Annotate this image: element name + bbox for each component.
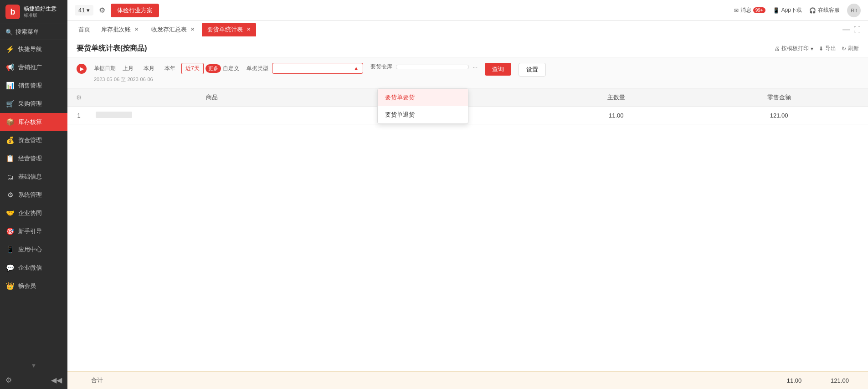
topbar-settings-icon[interactable]: ⚙ [99,6,105,15]
dropdown-item-order-return[interactable]: 要货单退货 [378,106,468,123]
date-btn-this-year[interactable]: 本年 [160,63,180,74]
print-button[interactable]: 🖨 按模板打印 ▾ [774,45,813,52]
tabs-actions: — ⛶ [842,26,861,34]
sidebar: b 畅捷通好生意 标准版 🔍 搜索菜单 ⚡ 快捷导航 📢 营销推广 📊 销售管理… [0,0,67,389]
topbar-right: ✉ 消息 99+ 📱 App下载 🎧 在线客服 Rit [734,4,861,17]
tab-summary-close[interactable]: ✕ [190,26,195,32]
topbar: 41 ▾ ⚙ 体验行业方案 ✉ 消息 99+ 📱 App下载 🎧 在线客服 Ri… [67,0,868,21]
quick-nav-icon: ⚡ [5,45,15,53]
member-icon: 👑 [5,282,15,290]
system-icon: ⚙ [5,191,15,199]
finance-icon: 💰 [5,136,15,144]
sidebar-item-label: 库存核算 [18,118,42,126]
warehouse-filter-group: 要货仓库 ··· [370,63,478,71]
topbar-left: 41 ▾ ⚙ 体验行业方案 [75,4,159,17]
service-label: 在线客服 [818,6,840,14]
page-title: 要货单统计表(按商品) [77,44,147,53]
column-settings-icon[interactable]: ⚙ [76,94,82,101]
query-button[interactable]: 查询 [485,63,511,76]
guide-icon: 🎯 [5,227,15,235]
export-icon: ⬇ [819,46,823,52]
search-menu[interactable]: 🔍 搜索菜单 [0,24,67,40]
operation-icon: 📋 [5,154,15,163]
col-settings[interactable]: ⚙ [67,89,90,107]
tab-batch-close[interactable]: ✕ [134,26,139,32]
tab-order-stats[interactable]: 要货单统计表 ✕ [202,23,256,36]
sidebar-item-label: 企业微信 [18,264,42,272]
trial-button[interactable]: 体验行业方案 [111,4,159,17]
sidebar-item-label: 基础信息 [18,173,42,181]
sidebar-item-label: 快捷导航 [18,45,42,53]
row-amount: 121.00 [690,107,868,124]
sidebar-item-wechat[interactable]: 💬 企业微信 [0,259,67,277]
row-quantity: 11.00 [542,107,690,124]
store-selector[interactable]: 41 ▾ [75,5,93,15]
sidebar-item-enterprise[interactable]: 🤝 企业协同 [0,204,67,222]
sidebar-item-member[interactable]: 👑 畅会员 [0,277,67,295]
sidebar-footer: ⚙ ◀◀ [0,371,67,389]
sidebar-item-guide[interactable]: 🎯 新手引导 [0,222,67,241]
filter-area: ▶ 单据日期 上月 本月 本年 近7天 更多 自定义 2023-05-06 至 … [67,57,868,89]
sidebar-item-operation[interactable]: 📋 经营管理 [0,149,67,168]
tab-home[interactable]: 首页 [75,23,94,36]
sidebar-item-label: 采购管理 [18,100,42,108]
col-quantity: 主数量 [542,89,690,107]
export-button[interactable]: ⬇ 导出 [819,45,836,52]
print-icon: 🖨 [774,46,780,52]
sidebar-item-basic[interactable]: 🗂 基础信息 [0,168,67,186]
basic-icon: 🗂 [5,173,15,181]
date-filter-group: 单据日期 上月 本月 本年 近7天 更多 自定义 [94,63,239,74]
app-name: 畅捷通好生意 [24,5,56,13]
app-download-button[interactable]: 📱 App下载 [773,6,802,14]
sidebar-item-purchase[interactable]: 🛒 采购管理 [0,95,67,113]
refresh-label: 刷新 [848,45,859,52]
refresh-button[interactable]: ↻ 刷新 [842,45,859,52]
message-badge: 99+ [753,7,765,13]
sidebar-item-sales[interactable]: 📊 销售管理 [0,77,67,95]
footer-total-quantity: 11.00 [771,377,817,384]
date-more-button[interactable]: 更多 [205,64,221,73]
sidebar-item-quick-nav[interactable]: ⚡ 快捷导航 [0,40,67,58]
app-center-icon: 📱 [5,246,15,254]
sidebar-item-marketing[interactable]: 📢 营销推广 [0,58,67,77]
logo-icon: b [5,5,20,19]
type-dropdown: 要货单要货 要货单退货 [377,88,468,124]
tab-batch[interactable]: 库存批次账 ✕ [96,23,144,36]
date-btn-last-7days[interactable]: 近7天 [181,63,204,74]
message-label: 消息 [740,6,751,14]
sidebar-item-system[interactable]: ⚙ 系统管理 [0,186,67,204]
collapse-icon[interactable]: ◀◀ [51,376,62,384]
sidebar-item-app-center[interactable]: 📱 应用中心 [0,241,67,259]
sidebar-item-finance[interactable]: 💰 资金管理 [0,131,67,149]
sidebar-item-label: 经营管理 [18,154,42,163]
user-name: Rit [851,8,857,13]
sidebar-item-inventory[interactable]: 📦 库存核算 [0,113,67,131]
message-button[interactable]: ✉ 消息 99+ [734,6,765,14]
inventory-icon: 📦 [5,118,15,126]
filter-settings-button[interactable]: 设置 [519,63,546,77]
print-chevron-icon: ▾ [811,46,813,52]
user-avatar[interactable]: Rit [847,4,861,17]
warehouse-filter-input[interactable] [396,65,469,69]
type-filter-group: 单据类型 ▲ [247,63,363,74]
tab-maximize-icon[interactable]: ⛶ [853,26,861,34]
warehouse-more-icon[interactable]: ··· [473,63,478,71]
settings-footer-icon[interactable]: ⚙ [5,376,12,384]
type-filter-input[interactable]: ▲ [272,63,363,74]
type-chevron-up-icon: ▲ [354,65,359,72]
tab-order-stats-close[interactable]: ✕ [247,26,251,32]
dropdown-item-order-goods[interactable]: 要货单要货 [378,89,468,106]
content-area: 要货单统计表(按商品) 🖨 按模板打印 ▾ ⬇ 导出 ↻ 刷新 ▶ [67,38,868,389]
export-label: 导出 [825,45,836,52]
footer-total-amount: 121.00 [817,377,863,384]
filter-expand-button[interactable]: ▶ [77,64,87,74]
tab-minimize-icon[interactable]: — [842,26,850,34]
service-button[interactable]: 🎧 在线客服 [809,6,840,14]
date-btn-last-month[interactable]: 上月 [118,63,138,74]
marketing-icon: 📢 [5,63,15,72]
col-product: 商品 [90,89,334,107]
date-btn-this-month[interactable]: 本月 [139,63,159,74]
product-placeholder [96,112,132,118]
tab-summary[interactable]: 收发存汇总表 ✕ [146,23,200,36]
date-custom-button[interactable]: 自定义 [223,65,239,72]
